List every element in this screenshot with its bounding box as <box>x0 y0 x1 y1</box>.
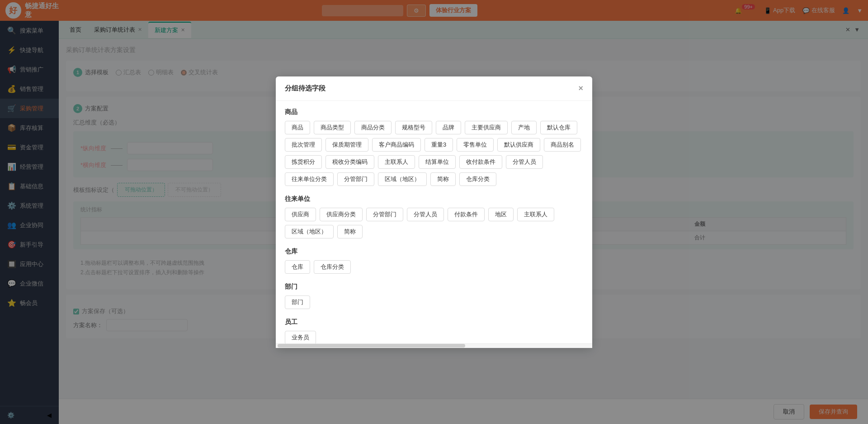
field-tags-warehouse: 仓库 仓库分类 <box>285 260 583 274</box>
tag-contact-area[interactable]: 区域（地区） <box>285 225 334 238</box>
tag-product-origin[interactable]: 产地 <box>511 121 537 134</box>
tag-product-weight[interactable]: 重量3 <box>425 138 453 152</box>
tag-product-settlement-unit[interactable]: 结算单位 <box>419 155 456 169</box>
field-tags-dept: 部门 <box>285 295 583 309</box>
tag-contact-region[interactable]: 地区 <box>488 208 514 221</box>
tag-contact-payment[interactable]: 付款条件 <box>448 208 485 221</box>
tag-product-region[interactable]: 区域（地区） <box>378 172 427 186</box>
tag-contact-short-name[interactable]: 简称 <box>337 225 363 238</box>
field-section-warehouse-title: 仓库 <box>285 248 583 256</box>
tag-product-product[interactable]: 商品 <box>285 121 310 134</box>
tag-product-tax-code[interactable]: 税收分类编码 <box>326 155 374 169</box>
tag-contact-mgmt-dept[interactable]: 分管部门 <box>366 208 403 221</box>
field-section-contacts: 往来单位 供应商 供应商分类 分管部门 分管人员 付款条件 地区 主联系人 区域… <box>285 195 583 238</box>
modal-header: 分组待选字段 × <box>276 76 592 101</box>
tag-product-manager[interactable]: 分管人员 <box>506 155 543 169</box>
field-section-dept-title: 部门 <box>285 283 583 291</box>
tag-contact-main-contact[interactable]: 主联系人 <box>517 208 554 221</box>
tag-product-alias[interactable]: 商品别名 <box>544 138 581 152</box>
field-section-employee: 员工 业务员 <box>285 318 583 344</box>
tag-contact-supplier[interactable]: 供应商 <box>285 208 316 221</box>
tag-wh-category[interactable]: 仓库分类 <box>314 260 351 274</box>
tag-contact-supplier-cat[interactable]: 供应商分类 <box>320 208 363 221</box>
tag-product-short-name[interactable]: 简称 <box>430 172 456 186</box>
tag-product-contact-category[interactable]: 往来单位分类 <box>285 172 334 186</box>
tag-product-pick-points[interactable]: 拣货积分 <box>285 155 322 169</box>
tag-product-type[interactable]: 商品类型 <box>314 121 351 134</box>
tag-product-main-contact[interactable]: 主联系人 <box>378 155 415 169</box>
modal-overlay: 分组待选字段 × 商品 商品 商品类型 商品分类 规格型号 品牌 主要供应商 产… <box>0 0 868 424</box>
modal-title: 分组待选字段 <box>285 84 326 93</box>
field-tags-contacts: 供应商 供应商分类 分管部门 分管人员 付款条件 地区 主联系人 区域（地区） … <box>285 208 583 238</box>
modal-dialog: 分组待选字段 × 商品 商品 商品类型 商品分类 规格型号 品牌 主要供应商 产… <box>276 76 592 348</box>
modal-body: 商品 商品 商品类型 商品分类 规格型号 品牌 主要供应商 产地 默认仓库 批次… <box>276 101 592 344</box>
tag-product-category[interactable]: 商品分类 <box>354 121 392 134</box>
modal-close-button[interactable]: × <box>578 84 583 93</box>
field-tags-employee: 业务员 <box>285 331 583 344</box>
tag-product-spec[interactable]: 规格型号 <box>395 121 432 134</box>
field-section-warehouse: 仓库 仓库 仓库分类 <box>285 248 583 274</box>
tag-product-default-wh[interactable]: 默认仓库 <box>540 121 577 134</box>
field-section-product: 商品 商品 商品类型 商品分类 规格型号 品牌 主要供应商 产地 默认仓库 批次… <box>285 108 583 186</box>
field-section-contacts-title: 往来单位 <box>285 195 583 203</box>
tag-product-wh-category[interactable]: 仓库分类 <box>459 172 496 186</box>
tag-product-main-supplier[interactable]: 主要供应商 <box>465 121 508 134</box>
tag-emp-salesperson[interactable]: 业务员 <box>285 331 316 344</box>
tag-contact-mgmt-person[interactable]: 分管人员 <box>407 208 444 221</box>
field-section-dept: 部门 部门 <box>285 283 583 309</box>
tag-product-retail-unit[interactable]: 零售单位 <box>457 138 494 152</box>
field-tags-product: 商品 商品类型 商品分类 规格型号 品牌 主要供应商 产地 默认仓库 批次管理 … <box>285 121 583 186</box>
tag-product-payment-terms[interactable]: 收付款条件 <box>459 155 502 169</box>
field-section-employee-title: 员工 <box>285 318 583 326</box>
field-section-product-title: 商品 <box>285 108 583 116</box>
modal-horizontal-scrollbar[interactable] <box>276 343 592 348</box>
tag-dept-dept[interactable]: 部门 <box>285 295 310 309</box>
tag-product-cust-code[interactable]: 客户商品编码 <box>372 138 421 152</box>
tag-product-shelf-life[interactable]: 保质期管理 <box>326 138 368 152</box>
tag-product-batch[interactable]: 批次管理 <box>285 138 322 152</box>
tag-product-dept[interactable]: 分管部门 <box>337 172 374 186</box>
modal-hscroll-thumb <box>278 344 465 348</box>
tag-product-brand[interactable]: 品牌 <box>436 121 461 134</box>
tag-product-default-sup[interactable]: 默认供应商 <box>497 138 540 152</box>
tag-wh-warehouse[interactable]: 仓库 <box>285 260 310 274</box>
